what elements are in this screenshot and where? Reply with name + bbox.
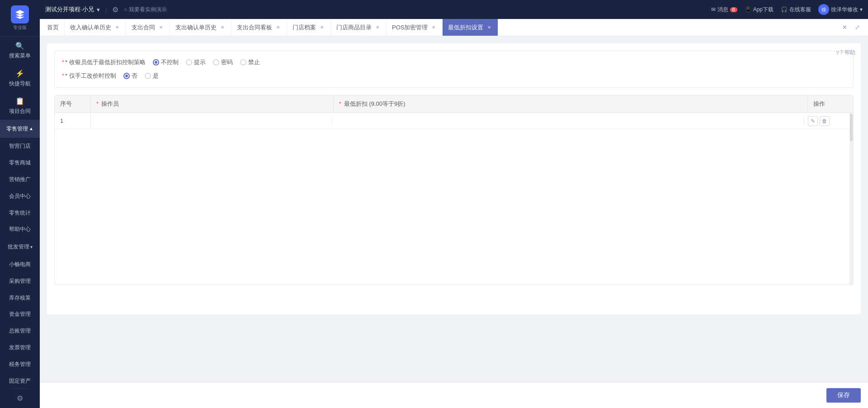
tab-close-icon[interactable]: ✕	[319, 24, 325, 31]
close-all-tabs-button[interactable]: ✕	[839, 22, 850, 33]
radio-yes[interactable]	[145, 73, 151, 79]
tab-min-discount[interactable]: 最低折扣设置 ✕	[443, 19, 498, 36]
sidebar-item-label: 批发管理	[8, 243, 29, 251]
tab-payment-contract[interactable]: 支出合同 ✕	[126, 19, 170, 36]
sidebar-item-invoice[interactable]: 发票管理	[0, 339, 40, 356]
project-name: 测试分开项程·小兄	[45, 5, 94, 14]
radio-forbid[interactable]	[240, 59, 246, 66]
sidebar-item-finance[interactable]: 资金管理	[0, 306, 40, 323]
sidebar-item-label: 零售统计	[9, 209, 31, 217]
tab-label: 最低折扣设置	[448, 23, 483, 32]
th-operator: * 操作员	[91, 95, 334, 113]
service-button[interactable]: 🎧 在线客服	[781, 6, 811, 14]
settings-button[interactable]: ⚙	[112, 5, 118, 14]
radio-password[interactable]	[213, 59, 219, 66]
td-action: ✎ 🗑	[804, 116, 849, 126]
option-password[interactable]: 密码	[213, 58, 233, 66]
message-button[interactable]: ✉ 消息 8	[711, 6, 737, 14]
option-forbid-label: 禁止	[248, 58, 260, 66]
tab-close-icon[interactable]: ✕	[486, 24, 492, 31]
option-forbid[interactable]: 禁止	[240, 58, 260, 66]
tab-close-icon[interactable]: ✕	[275, 24, 281, 31]
tab-close-icon[interactable]: ✕	[219, 24, 226, 31]
sidebar-item-retail-mall[interactable]: 零售商城	[0, 155, 40, 171]
tab-store-file[interactable]: 门店档案 ✕	[287, 19, 331, 36]
user-menu[interactable]: 徐 徐泽华修改 ▾	[818, 4, 863, 15]
radio-hint[interactable]	[186, 59, 192, 66]
required-mark: *	[62, 72, 64, 79]
tab-close-icon[interactable]: ✕	[430, 24, 437, 31]
chevron-down-icon: ▾	[97, 6, 100, 13]
sidebar-item-label: 营销推广	[9, 176, 31, 183]
option-password-label: 密码	[221, 58, 233, 66]
table-scrollbar[interactable]	[849, 113, 853, 285]
tab-store-catalog[interactable]: 门店商品目录 ✕	[331, 19, 387, 36]
app-logo-icon	[11, 5, 29, 23]
tab-label: 支出合同	[132, 23, 155, 32]
delete-row-button[interactable]: 🗑	[820, 116, 830, 126]
tab-close-icon[interactable]: ✕	[158, 24, 164, 31]
option-no-control[interactable]: 不控制	[153, 58, 179, 66]
tabbar: 首页 收入确认单历史 ✕ 支出合同 ✕ 支出确认单历史 ✕ 支出合同看板 ✕ 门…	[40, 19, 868, 36]
th-seq: 序号	[55, 95, 91, 113]
sidebar-item-smart-store[interactable]: 智营门店	[0, 138, 40, 155]
app-download-button[interactable]: 📱 App下载	[745, 6, 774, 14]
sidebar-item-project[interactable]: 📋 项目合同	[0, 92, 40, 119]
sidebar-item-search[interactable]: 🔍 搜索菜单	[0, 37, 40, 64]
required-mark: *	[62, 59, 64, 66]
required-mark: *	[96, 100, 99, 107]
service-label: 在线客服	[789, 6, 811, 14]
sidebar-logo: 专业版	[0, 0, 40, 37]
radio-no-control[interactable]	[153, 59, 159, 66]
sidebar-item-label: 会员中心	[9, 192, 31, 200]
sidebar-item-label: 库存核算	[9, 294, 31, 302]
cashier-policy-options: 不控制 提示 密码 禁止	[153, 58, 260, 66]
sidebar-item-retail[interactable]: 零售管理 ▲	[0, 120, 40, 138]
tab-label: 门店商品目录	[336, 23, 372, 32]
sidebar-item-mini-ecom[interactable]: 小畅电商	[0, 256, 40, 273]
app-label: App下载	[753, 6, 774, 14]
tab-income-history[interactable]: 收入确认单历史 ✕	[65, 19, 126, 36]
sidebar-item-wholesale[interactable]: 批发管理 ▾	[0, 238, 40, 256]
sidebar-item-ledger[interactable]: 总账管理	[0, 323, 40, 339]
tab-close-icon[interactable]: ✕	[114, 24, 120, 31]
avatar: 徐	[818, 4, 829, 15]
demo-text: 我要看实例演示	[129, 6, 167, 14]
sidebar-item-purchase[interactable]: 采购管理	[0, 273, 40, 290]
demo-link[interactable]: ○ 我要看实例演示	[124, 6, 167, 14]
message-icon: ✉	[711, 6, 716, 13]
tab-close-icon[interactable]: ✕	[374, 24, 381, 31]
tab-payment-history[interactable]: 支出确认单历史 ✕	[170, 19, 231, 36]
expand-button[interactable]: ⤢	[852, 22, 863, 33]
option-hint[interactable]: 提示	[186, 58, 206, 66]
sidebar-item-member[interactable]: 会员中心	[0, 188, 40, 205]
tab-label: 支出合同看板	[237, 23, 272, 32]
sidebar-item-marketing[interactable]: 营销推广	[0, 171, 40, 188]
settings-icon[interactable]: ⚙	[17, 394, 23, 403]
sidebar-item-help[interactable]: 帮助中心	[0, 221, 40, 238]
option-yes[interactable]: 是	[145, 72, 159, 80]
app-icon: 📱	[745, 6, 751, 13]
radio-no[interactable]	[123, 73, 130, 79]
service-icon: 🎧	[781, 6, 788, 13]
td-operator	[91, 117, 332, 125]
project-icon: 📋	[15, 96, 24, 106]
main-area: 测试分开项程·小兄 ▾ | ⚙ ○ 我要看实例演示 ✉ 消息 8 📱 App下载…	[40, 0, 868, 408]
tab-payment-board[interactable]: 支出合同看板 ✕	[231, 19, 287, 36]
sidebar-item-tax[interactable]: 税务管理	[0, 356, 40, 373]
page-content: ? ? 帮助 ** 收银员低于最低折扣控制策略 不控制	[40, 36, 868, 382]
sidebar-item-label: 资金管理	[9, 310, 31, 318]
tab-pos-password[interactable]: POS加密管理 ✕	[387, 19, 443, 36]
tab-home[interactable]: 首页	[42, 19, 65, 36]
demo-icon: ○	[124, 6, 127, 13]
option-no[interactable]: 否	[123, 72, 137, 80]
edit-row-button[interactable]: ✎	[808, 116, 818, 126]
td-seq: 1	[55, 114, 91, 128]
sidebar-item-assets[interactable]: 固定资产	[0, 373, 40, 388]
sidebar-item-inventory[interactable]: 库存核算	[0, 290, 40, 306]
save-button[interactable]: 保存	[826, 388, 861, 403]
sidebar-item-retail-stats[interactable]: 零售统计	[0, 205, 40, 221]
sidebar-item-label: 小畅电商	[9, 261, 31, 268]
topbar-project[interactable]: 测试分开项程·小兄 ▾	[45, 5, 100, 14]
sidebar-item-quicknav[interactable]: ⚡ 快捷导航	[0, 64, 40, 92]
